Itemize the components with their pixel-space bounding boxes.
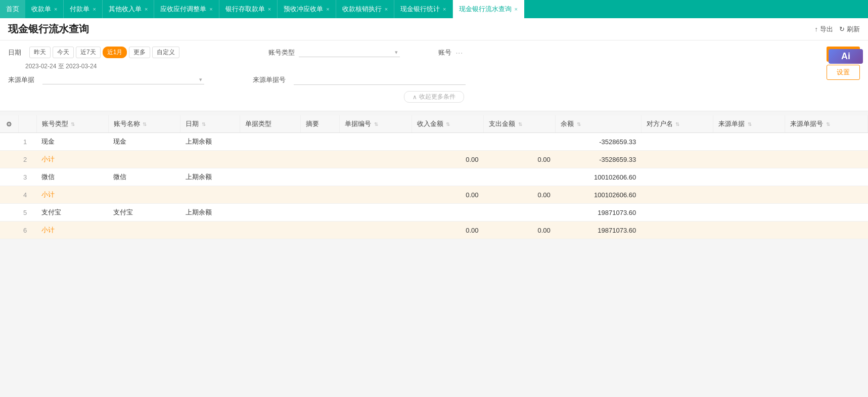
sort-icon: ⇅: [374, 121, 378, 127]
table-cell: [340, 186, 412, 204]
table-cell: [483, 204, 555, 222]
date-btn-today[interactable]: 今天: [53, 47, 74, 58]
account-type-select[interactable]: ▾: [299, 48, 400, 57]
nav-tab-yinhang[interactable]: 银行存取款单 ×: [219, 0, 278, 18]
close-icon[interactable]: ×: [385, 6, 388, 12]
nav-tab-xianjin-tongji[interactable]: 现金银行统计 ×: [394, 0, 452, 18]
nav-tab-yingshou[interactable]: 应收应付调整单 ×: [154, 0, 219, 18]
sort-icon: ⇅: [71, 121, 75, 127]
table-cell: [240, 151, 301, 168]
col-counterpart[interactable]: 对方户名 ⇅: [641, 115, 713, 133]
table-cell: [713, 222, 785, 239]
table-cell: [240, 168, 301, 186]
source-doc-select[interactable]: ▾: [42, 75, 204, 84]
table-cell: [340, 168, 412, 186]
sort-icon: ⇅: [577, 121, 581, 127]
sort-icon: ⇅: [748, 121, 752, 127]
table-header-row: ⚙ 账号类型 ⇅ 账号名称 ⇅ 日期 ⇅ 单据类型 摘要: [0, 115, 868, 133]
table-cell: 0.00: [412, 222, 483, 239]
nav-tab-shoukuan-hexiao[interactable]: 收款核销执行 ×: [336, 0, 394, 18]
table-cell: [0, 168, 18, 186]
table-cell: [713, 186, 785, 204]
collapse-label: 收起更多条件: [419, 93, 455, 101]
date-btn-custom[interactable]: 自定义: [152, 47, 179, 58]
col-summary: 摘要: [301, 115, 340, 133]
table-cell: [240, 133, 301, 151]
export-button[interactable]: ↑ 导出: [815, 25, 834, 34]
filter-area: 日期 昨天 今天 近7天 近1月 更多 自定义 账号类型 ▾: [0, 40, 868, 111]
table-cell: [713, 204, 785, 222]
close-icon[interactable]: ×: [145, 6, 148, 12]
col-doc-type: 单据类型: [240, 115, 301, 133]
close-icon[interactable]: ×: [209, 6, 212, 12]
collapse-button[interactable]: ∧ 收起更多条件: [404, 91, 464, 103]
export-icon: ↑: [815, 25, 818, 33]
table-cell: [240, 222, 301, 239]
nav-tab-fukuan[interactable]: 付款单 ×: [64, 0, 102, 18]
table-cell: [713, 168, 785, 186]
table-cell: [301, 151, 340, 168]
date-btn-yesterday[interactable]: 昨天: [29, 47, 51, 58]
date-btn-1month[interactable]: 近1月: [103, 47, 127, 58]
table-cell: 4: [18, 186, 36, 204]
table-row[interactable]: 2小计0.000.00-3528659.33: [0, 151, 868, 168]
close-icon[interactable]: ×: [268, 6, 271, 12]
table-row[interactable]: 5支付宝支付宝上期余额19871073.60: [0, 204, 868, 222]
close-icon[interactable]: ×: [326, 6, 329, 12]
close-icon[interactable]: ×: [515, 6, 518, 12]
table-cell: 100102606.60: [556, 186, 641, 204]
nav-tab-shoukuan[interactable]: 收款单 ×: [25, 0, 64, 18]
close-icon[interactable]: ×: [54, 6, 57, 12]
tab-label: 现金银行统计: [400, 5, 440, 14]
table-cell: [340, 133, 412, 151]
tab-label: 收款核销执行: [342, 5, 382, 14]
nav-tab-yushou[interactable]: 预收冲应收单 ×: [278, 0, 336, 18]
table-cell: [641, 186, 713, 204]
col-source-doc-num[interactable]: 来源单据号 ⇅: [785, 115, 868, 133]
table-cell: 小计: [36, 151, 108, 168]
nav-tab-qitashouru[interactable]: 其他收入单 ×: [103, 0, 154, 18]
close-icon[interactable]: ×: [93, 6, 96, 12]
settings-button[interactable]: 设置: [827, 65, 860, 80]
table-cell: 小计: [36, 186, 108, 204]
table-cell: 19871073.60: [556, 204, 641, 222]
refresh-button[interactable]: ↻ 刷新: [839, 25, 860, 34]
table-row[interactable]: 3微信微信上期余额100102606.60: [0, 168, 868, 186]
col-account-type[interactable]: 账号类型 ⇅: [36, 115, 108, 133]
table-row[interactable]: 6小计0.000.0019871073.60: [0, 222, 868, 239]
col-expense[interactable]: 支出金额 ⇅: [483, 115, 555, 133]
date-btn-more[interactable]: 更多: [129, 47, 150, 58]
filter-row-2: 来源单据 ▾ 来源单据号: [8, 75, 818, 85]
ai-badge[interactable]: Ai: [829, 49, 863, 64]
table-cell: [641, 204, 713, 222]
col-income[interactable]: 收入金额 ⇅: [412, 115, 483, 133]
nav-tab-liushui[interactable]: 现金银行流水查询 ×: [453, 0, 524, 18]
close-icon[interactable]: ×: [443, 6, 446, 12]
table-row[interactable]: 1现金现金上期余额-3528659.33: [0, 133, 868, 151]
table-cell: [641, 168, 713, 186]
account-type-label: 账号类型: [268, 48, 295, 57]
chevron-down-icon: ▾: [199, 76, 202, 83]
sort-icon: ⇅: [826, 121, 830, 127]
table-cell: 现金: [36, 133, 108, 151]
col-source-doc[interactable]: 来源单据 ⇅: [713, 115, 785, 133]
col-account-name[interactable]: 账号名称 ⇅: [108, 115, 180, 133]
table-row[interactable]: 4小计0.000.00100102606.60: [0, 186, 868, 204]
table-cell: [180, 186, 240, 204]
table-cell: [412, 168, 483, 186]
table-cell: [340, 204, 412, 222]
date-btn-7days[interactable]: 近7天: [76, 47, 101, 58]
table-cell: 支付宝: [36, 204, 108, 222]
table-cell: [412, 204, 483, 222]
table-cell: [108, 186, 180, 204]
col-date[interactable]: 日期 ⇅: [180, 115, 240, 133]
source-doc-num-input[interactable]: [294, 75, 466, 85]
col-doc-num[interactable]: 单据编号 ⇅: [340, 115, 412, 133]
table-cell: [0, 204, 18, 222]
tab-label: 付款单: [70, 5, 89, 14]
table-cell: [0, 222, 18, 239]
col-balance[interactable]: 余额 ⇅: [556, 115, 641, 133]
nav-home[interactable]: 首页: [0, 0, 25, 18]
date-range-display: 2023-02-24 至 2023-03-24: [25, 63, 97, 70]
table-cell: [785, 151, 868, 168]
